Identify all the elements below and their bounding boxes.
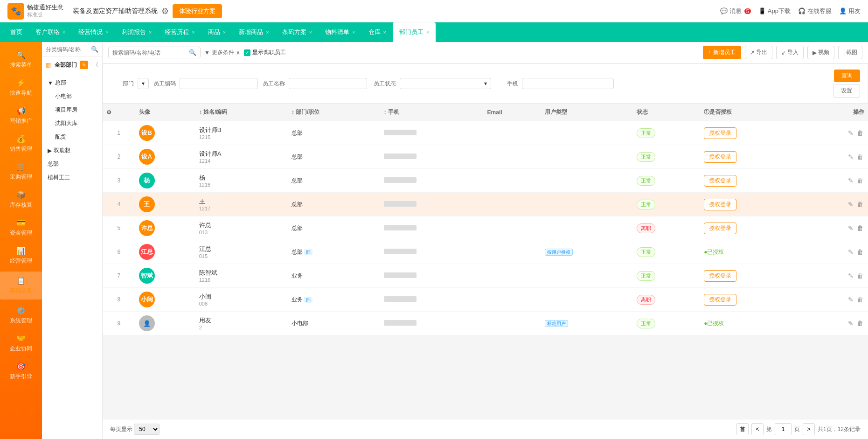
tab-bom[interactable]: 物料清单 × bbox=[319, 22, 361, 42]
message-button[interactable]: 💬 消息 5 bbox=[720, 7, 751, 15]
first-page-button[interactable]: 首 bbox=[736, 423, 749, 435]
edit-button[interactable]: ✎ bbox=[847, 176, 854, 185]
close-icon[interactable]: × bbox=[149, 29, 152, 35]
tab-add-goods[interactable]: 新增商品 × bbox=[232, 22, 275, 42]
dept-item-project[interactable]: 项目库房 bbox=[46, 103, 98, 117]
collapse-icon[interactable]: 《 bbox=[93, 61, 98, 69]
user-button[interactable]: 👤 用友 bbox=[839, 7, 861, 15]
close-icon[interactable]: × bbox=[223, 29, 226, 35]
settings-button[interactable]: ⚙ bbox=[161, 6, 169, 16]
dept-select[interactable]: ▾ bbox=[138, 78, 149, 89]
add-employee-button[interactable]: + 新增员工 bbox=[703, 46, 741, 59]
more-filters-button[interactable]: ▼ 更多条件 ∧ bbox=[204, 49, 240, 56]
edit-button[interactable]: ✎ bbox=[847, 295, 854, 304]
tab-operations[interactable]: 经营情况 × bbox=[72, 22, 115, 42]
dept-item-small-elec[interactable]: 小电部 bbox=[46, 90, 98, 103]
delete-button[interactable]: 🗑 bbox=[856, 128, 864, 138]
sidebar-item-system[interactable]: ⚙️ 系统管理 bbox=[0, 301, 42, 329]
delete-button[interactable]: 🗑 bbox=[856, 295, 864, 304]
dept-search-icon[interactable]: 🔍 bbox=[91, 46, 98, 53]
sidebar-item-basic[interactable]: 📋 基础信息 bbox=[0, 272, 42, 300]
edit-button[interactable]: ✎ bbox=[847, 319, 854, 328]
sidebar-item-collab[interactable]: 🤝 企业协同 bbox=[0, 329, 42, 357]
authorize-button[interactable]: 授权登录 bbox=[704, 294, 736, 306]
sidebar-item-guide[interactable]: 🎯 新手引导 bbox=[0, 357, 42, 385]
search-icon[interactable]: 🔍 bbox=[189, 49, 196, 56]
dept-item-shenyang[interactable]: 沈阳大库 bbox=[46, 117, 98, 130]
authorize-button[interactable]: 授权登录 bbox=[704, 151, 736, 163]
close-icon[interactable]: × bbox=[426, 29, 429, 35]
close-icon[interactable]: × bbox=[352, 29, 355, 35]
close-icon[interactable]: × bbox=[309, 29, 312, 35]
search-button[interactable]: 查询 bbox=[834, 70, 860, 82]
tab-customer[interactable]: 客户联络 × bbox=[29, 22, 72, 42]
tab-home[interactable]: 首页 bbox=[4, 22, 29, 42]
authorize-button[interactable]: 授权登录 bbox=[704, 223, 736, 234]
delete-button[interactable]: 🗑 bbox=[856, 152, 864, 161]
delete-button[interactable]: 🗑 bbox=[856, 223, 864, 233]
empname-input[interactable] bbox=[289, 78, 367, 89]
dept-item-headquarters-parent[interactable]: ▼ 总部 bbox=[46, 76, 98, 90]
col-dept[interactable]: ↕ 部门/职位 bbox=[288, 104, 380, 121]
dept-item-hq2[interactable]: 总部 bbox=[46, 157, 98, 171]
close-icon[interactable]: × bbox=[383, 29, 386, 35]
edit-button[interactable]: ✎ bbox=[847, 271, 854, 280]
sidebar-item-marketing[interactable]: 📢 营销推广 bbox=[0, 102, 42, 130]
tab-profit[interactable]: 利润报告 × bbox=[115, 22, 158, 42]
edit-button[interactable]: ✎ bbox=[847, 152, 854, 161]
page-number-input[interactable] bbox=[775, 423, 792, 435]
trial-button[interactable]: 体验行业方案 bbox=[173, 4, 222, 18]
tab-goods[interactable]: 商品 × bbox=[201, 22, 232, 42]
reset-button[interactable]: 设置 bbox=[833, 84, 860, 98]
dept-item-zhishu[interactable]: 植树王三 bbox=[46, 171, 98, 184]
tab-department[interactable]: 部门员工 × bbox=[393, 22, 436, 42]
app-download-button[interactable]: 📱 App下载 bbox=[758, 7, 791, 15]
sidebar-item-management[interactable]: 📊 经营管理 bbox=[0, 242, 42, 270]
export-button[interactable]: ↗ 导出 bbox=[745, 46, 772, 59]
per-page-select[interactable]: 50 100 200 bbox=[134, 424, 160, 435]
sidebar-item-purchase[interactable]: 🛒 采购管理 bbox=[0, 158, 42, 186]
sidebar-item-search[interactable]: 🔍 搜索菜单 bbox=[0, 46, 42, 74]
col-settings[interactable]: ⚙ bbox=[103, 104, 135, 121]
import-button[interactable]: ↙ 导入 bbox=[776, 46, 804, 59]
authorize-button[interactable]: 授权登录 bbox=[704, 127, 736, 139]
authorize-button[interactable]: 授权登录 bbox=[704, 199, 736, 210]
tab-history[interactable]: 经营历程 × bbox=[158, 22, 201, 42]
dept-search-input[interactable] bbox=[46, 46, 91, 53]
sidebar-item-inventory[interactable]: 📦 库存核算 bbox=[0, 186, 42, 214]
sidebar-all-dept[interactable]: ▦ 全部部门 ✎ 《 bbox=[42, 57, 102, 73]
edit-button[interactable]: ✎ bbox=[847, 247, 854, 257]
close-icon[interactable]: × bbox=[105, 29, 108, 35]
prev-page-button[interactable]: < bbox=[751, 423, 764, 435]
sidebar-item-quicknav[interactable]: ⚡ 快速导航 bbox=[0, 74, 42, 102]
phone-input[interactable] bbox=[522, 78, 613, 89]
authorize-button[interactable]: 授权登录 bbox=[704, 175, 736, 187]
col-phone[interactable]: ↕ 手机 bbox=[380, 104, 484, 121]
delete-button[interactable]: 🗑 bbox=[856, 247, 864, 257]
col-name[interactable]: ↕ 姓名/编码 bbox=[195, 104, 288, 121]
edit-button[interactable]: ✎ bbox=[847, 128, 854, 138]
status-select[interactable]: ▾ bbox=[400, 78, 491, 89]
delete-button[interactable]: 🗑 bbox=[856, 200, 864, 209]
tab-warehouse[interactable]: 仓库 × bbox=[362, 22, 393, 42]
dept-item-dispatch[interactable]: 配货 bbox=[46, 130, 98, 144]
tab-barcode[interactable]: 条码方案 × bbox=[276, 22, 319, 42]
employee-search-input[interactable] bbox=[112, 49, 187, 56]
close-icon[interactable]: × bbox=[62, 29, 65, 35]
empcode-input[interactable] bbox=[180, 78, 258, 89]
close-icon[interactable]: × bbox=[266, 29, 269, 35]
video-button[interactable]: ▶ 视频 bbox=[807, 46, 834, 59]
online-service-button[interactable]: 🎧 在线客服 bbox=[798, 7, 832, 15]
close-icon[interactable]: × bbox=[192, 29, 194, 35]
resigned-checkbox[interactable]: ✓ bbox=[244, 49, 250, 56]
show-resigned-toggle[interactable]: ✓ 显示离职员工 bbox=[244, 49, 286, 56]
sidebar-item-finance[interactable]: 💳 资金管理 bbox=[0, 214, 42, 242]
delete-button[interactable]: 🗑 bbox=[856, 271, 864, 280]
dept-edit-icon[interactable]: ✎ bbox=[80, 61, 88, 69]
edit-button[interactable]: ✎ bbox=[847, 223, 854, 233]
authorize-button[interactable]: 授权登录 bbox=[704, 270, 736, 282]
screenshot-button[interactable]: | 截图 bbox=[838, 46, 862, 59]
sidebar-item-sales[interactable]: 💰 销售管理 bbox=[0, 130, 42, 158]
edit-button[interactable]: ✎ bbox=[847, 200, 854, 209]
delete-button[interactable]: 🗑 bbox=[856, 176, 864, 185]
